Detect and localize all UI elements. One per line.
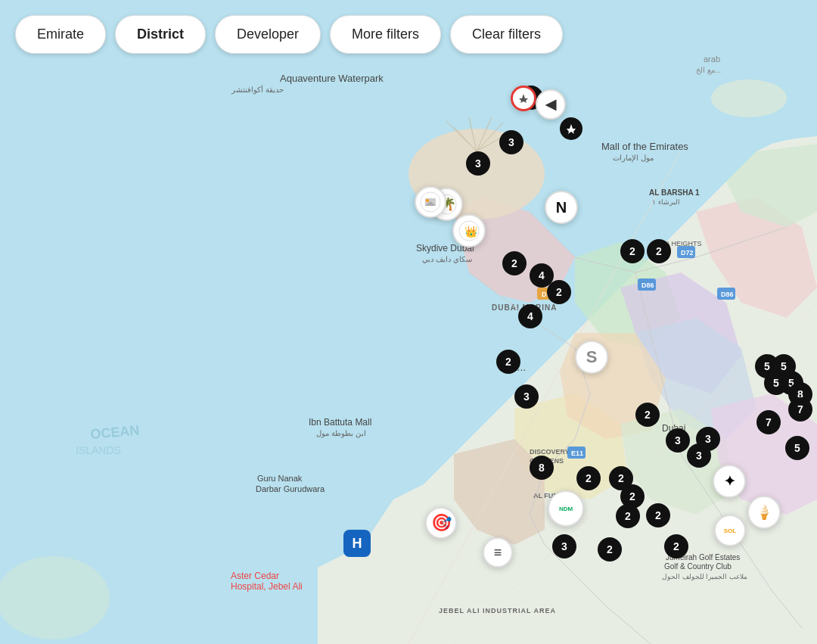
svg-text:Darbar Gurudwara: Darbar Gurudwara	[256, 484, 325, 493]
svg-text:مول الإمارات: مول الإمارات	[613, 154, 654, 163]
district-filter[interactable]: District	[115, 15, 206, 54]
svg-text:حديقة أكوافنتشر: حديقة أكوافنتشر	[231, 85, 284, 95]
svg-text:AL FURJAN: AL FURJAN	[533, 492, 572, 499]
svg-text:D86: D86	[641, 282, 654, 289]
svg-text:D54: D54	[542, 291, 555, 298]
svg-text:arab: arab	[704, 54, 720, 64]
filter-bar: Emirate District Developer More filters …	[15, 15, 817, 54]
svg-text:Aquaventure Waterpark: Aquaventure Waterpark	[280, 73, 384, 84]
more-filters-btn[interactable]: More filters	[330, 15, 441, 54]
svg-text:AL BARSHA 1: AL BARSHA 1	[649, 188, 700, 197]
svg-text:Hospital, Jebel Ali: Hospital, Jebel Ali	[231, 581, 303, 592]
svg-text:Aster Cedar: Aster Cedar	[231, 571, 279, 581]
svg-text:Skydive Dubai: Skydive Dubai	[416, 243, 474, 254]
map-background: Aquaventure Waterpark حديقة أكوافنتشر Sk…	[0, 0, 817, 644]
map-container: Aquaventure Waterpark حديقة أكوافنتشر Sk…	[0, 0, 817, 644]
svg-point-9	[711, 79, 787, 117]
svg-text:البرشاء ١: البرشاء ١	[652, 198, 680, 207]
svg-text:DISCOVERY: DISCOVERY	[530, 448, 570, 456]
svg-point-8	[0, 556, 110, 639]
svg-text:Golf & Country Club: Golf & Country Club	[664, 562, 732, 571]
svg-text:JEBEL ALI INDUSTRIAL AREA: JEBEL ALI INDUSTRIAL AREA	[439, 607, 556, 614]
svg-text:سكاي دايف دبي: سكاي دايف دبي	[422, 255, 472, 263]
svg-text:DUBAI MARINA: DUBAI MARINA	[492, 303, 557, 312]
clear-filters-btn[interactable]: Clear filters	[450, 15, 563, 54]
svg-text:GARDENS: GARDENS	[530, 457, 564, 465]
svg-point-1	[408, 129, 545, 219]
svg-text:Jumeirah Golf Estates: Jumeirah Golf Estates	[666, 553, 740, 562]
svg-text:ملاعب الجميرا للجولف الحول: ملاعب الجميرا للجولف الحول	[662, 573, 747, 581]
emirate-filter[interactable]: Emirate	[15, 15, 106, 54]
svg-text:D72: D72	[681, 249, 694, 257]
svg-text:ISLANDS: ISLANDS	[76, 444, 121, 456]
svg-text:JUM...: JUM...	[499, 364, 526, 372]
svg-text:Mall of the Emirates: Mall of the Emirates	[601, 141, 688, 152]
svg-text:مع الخ...: مع الخ...	[696, 66, 721, 75]
svg-text:E11: E11	[571, 450, 583, 457]
svg-text:ابن بطوطة مول: ابن بطوطة مول	[316, 429, 366, 438]
svg-text:D86: D86	[721, 291, 734, 298]
svg-text:Guru Nanak: Guru Nanak	[257, 474, 303, 483]
svg-text:Ibn Battuta Mall: Ibn Battuta Mall	[309, 417, 371, 428]
developer-filter[interactable]: Developer	[215, 15, 321, 54]
